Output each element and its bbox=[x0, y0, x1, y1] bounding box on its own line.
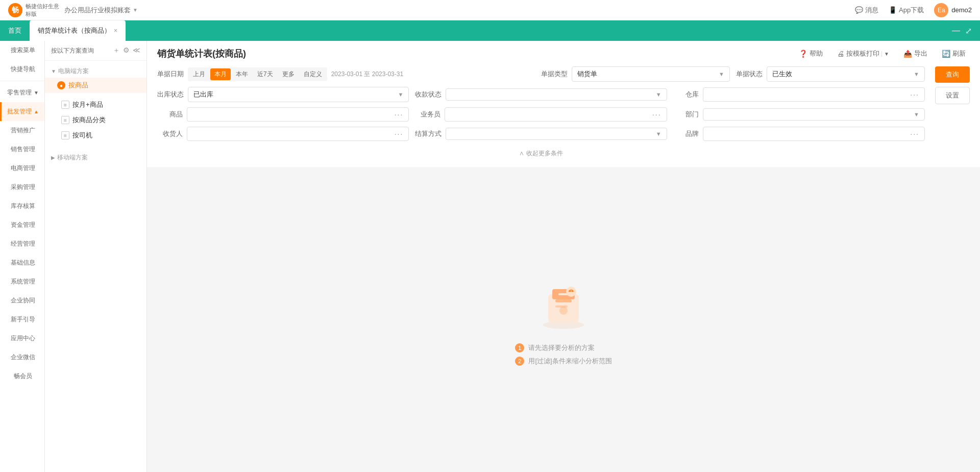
salesperson-select[interactable]: ··· bbox=[445, 107, 667, 122]
salesperson-dots-icon: ··· bbox=[652, 110, 662, 119]
add-scheme-icon[interactable]: ＋ bbox=[113, 46, 120, 55]
help-button[interactable]: ❓ 帮助 bbox=[795, 47, 827, 60]
tab-minimize-icon[interactable]: — bbox=[952, 26, 960, 35]
settings-button[interactable]: 设置 bbox=[935, 87, 970, 104]
product-dots-icon: ··· bbox=[395, 110, 404, 119]
warehouse-select[interactable]: ··· bbox=[703, 87, 925, 102]
print-chevron-icon[interactable]: ▼ bbox=[881, 51, 889, 57]
date-tab-this-month[interactable]: 本月 bbox=[210, 68, 231, 80]
mobile-group-arrow: ▶ bbox=[51, 155, 55, 160]
page-title: 销货单统计表(按商品) bbox=[157, 48, 246, 60]
user-area[interactable]: Ea demo2 bbox=[934, 3, 972, 17]
page-header: 销货单统计表(按商品) ❓ 帮助 🖨 按模板打印 ▼ 📤 导出 bbox=[147, 41, 980, 60]
tab-actions: — ⤢ bbox=[952, 26, 980, 36]
payment-select[interactable]: ▼ bbox=[446, 128, 667, 140]
out-status-chevron-icon: ▼ bbox=[398, 91, 403, 98]
date-tab-7days[interactable]: 近7天 bbox=[253, 68, 277, 80]
search-row-1: 单据日期 上月 本月 本年 近7天 更多 自定义 bbox=[157, 66, 925, 82]
brand-label: 品牌 bbox=[673, 129, 699, 138]
salesperson-label: 业务员 bbox=[415, 110, 440, 119]
settings-scheme-icon[interactable]: ⚙ bbox=[123, 46, 130, 55]
top-bar-left: 畅 畅捷信好生意 标版 办公用品行业模拟账套 ▼ bbox=[8, 3, 138, 17]
date-tab-more[interactable]: 更多 bbox=[278, 68, 299, 80]
tab-close-icon[interactable]: × bbox=[114, 28, 117, 34]
sidebar-item-newbie[interactable]: 新手引导 bbox=[0, 310, 44, 329]
brand-field: 品牌 ··· bbox=[673, 127, 925, 141]
message-button[interactable]: 💬 消息 bbox=[855, 6, 878, 15]
tip-item-2: 2 用[过滤]条件来缩小分析范围 bbox=[515, 357, 611, 366]
sidebar-item-basic-info[interactable]: 基础信息 bbox=[0, 253, 44, 272]
product-label: 商品 bbox=[157, 110, 183, 119]
scheme-item-by-month-product[interactable]: ≡ 按月+商品 bbox=[45, 97, 146, 112]
sidebar-item-purchase[interactable]: 采购管理 bbox=[0, 178, 44, 197]
product-select[interactable]: ··· bbox=[187, 107, 409, 122]
avatar: Ea bbox=[934, 3, 948, 17]
search-and-buttons: 单据日期 上月 本月 本年 近7天 更多 自定义 bbox=[147, 60, 980, 167]
scheme-item-by-product[interactable]: ● 按商品 bbox=[45, 78, 146, 93]
print-icon: 🖨 bbox=[837, 50, 844, 58]
scheme-group-desktop-header[interactable]: ▼ 电脑端方案 bbox=[45, 65, 146, 78]
main-content: 销货单统计表(按商品) ❓ 帮助 🖨 按模板打印 ▼ 📤 导出 bbox=[147, 41, 980, 472]
sidebar-item-quick-nav[interactable]: 快捷导航 bbox=[0, 60, 44, 79]
sidebar-item-operations[interactable]: 经营管理 bbox=[0, 234, 44, 253]
sidebar-item-app-center[interactable]: 应用中心 bbox=[0, 329, 44, 348]
search-row-4: 收货人 ··· 结算方式 ▼ bbox=[157, 127, 925, 141]
brand-select[interactable]: ··· bbox=[703, 127, 925, 141]
date-tab-custom[interactable]: 自定义 bbox=[300, 68, 326, 80]
scheme-item-by-product-category[interactable]: ≡ 按商品分类 bbox=[45, 112, 146, 128]
collapse-panel-icon[interactable]: ≪ bbox=[133, 46, 140, 55]
search-fields-area: 单据日期 上月 本月 本年 近7天 更多 自定义 bbox=[147, 60, 935, 167]
sidebar-item-enterprise[interactable]: 企业协同 bbox=[0, 291, 44, 310]
receiver-select[interactable]: ··· bbox=[187, 127, 409, 141]
app-selector[interactable]: 办公用品行业模拟账套 ▼ bbox=[64, 6, 138, 15]
bill-type-select[interactable]: 销货单 ▼ bbox=[572, 66, 730, 82]
tab-sales-stats[interactable]: 销货单统计表（按商品） × bbox=[30, 20, 126, 41]
scheme-item-by-printer[interactable]: ≡ 按司机 bbox=[45, 128, 146, 143]
sidebar-item-ecommerce[interactable]: 电商管理 bbox=[0, 159, 44, 178]
sidebar-item-inventory[interactable]: 库存核算 bbox=[0, 197, 44, 216]
desktop-group-arrow: ▼ bbox=[51, 68, 56, 74]
date-label: 单据日期 bbox=[157, 69, 184, 79]
date-range-text: 2023-03-01 至 2023-03-31 bbox=[331, 70, 403, 79]
tab-expand-icon[interactable]: ⤢ bbox=[965, 26, 972, 36]
empty-state-tips: 1 请先选择要分析的方案 2 用[过滤]条件来缩小分析范围 bbox=[515, 343, 611, 366]
search-row-3: 商品 ··· 业务员 ··· bbox=[157, 107, 925, 122]
bill-status-select[interactable]: 已生效 ▼ bbox=[767, 66, 925, 82]
sidebar-item-system[interactable]: 系统管理 bbox=[0, 272, 44, 291]
date-tab-this-year[interactable]: 本年 bbox=[232, 68, 252, 80]
app-download-button[interactable]: 📱 App下载 bbox=[889, 6, 924, 15]
sidebar-item-search-menu[interactable]: 搜索菜单 bbox=[0, 41, 44, 60]
tab-home[interactable]: 首页 bbox=[0, 20, 30, 41]
sidebar-item-retail[interactable]: 零售管理 ▼ bbox=[0, 83, 44, 102]
sidebar-item-marketing[interactable]: 营销推广 bbox=[0, 121, 44, 140]
filter-panel-title: 按以下方案查询 bbox=[51, 46, 94, 55]
svg-point-5 bbox=[559, 306, 568, 315]
page-header-actions: ❓ 帮助 🖨 按模板打印 ▼ 📤 导出 🔄 刷新 bbox=[795, 47, 970, 60]
warehouse-label: 仓库 bbox=[673, 90, 699, 99]
print-button[interactable]: 🖨 按模板打印 ▼ bbox=[833, 47, 893, 60]
date-tab-last-month[interactable]: 上月 bbox=[189, 68, 209, 80]
sidebar-item-enterprise-wechat[interactable]: 企业微信 bbox=[0, 348, 44, 367]
sidebar: 搜索菜单 快捷导航 零售管理 ▼ 批发管理 ▲ 营销推广 销售管理 电商管理 采… bbox=[0, 41, 45, 472]
sidebar-item-sales-mgmt[interactable]: 销售管理 bbox=[0, 140, 44, 159]
query-button[interactable]: 查询 bbox=[935, 66, 970, 83]
department-field: 部门 ▼ bbox=[673, 108, 925, 121]
department-select[interactable]: ▼ bbox=[703, 108, 925, 121]
bill-status-chevron-icon: ▼ bbox=[914, 71, 919, 77]
receiver-dots-icon: ··· bbox=[395, 130, 404, 138]
collapse-conditions-button[interactable]: ∧ 收起更多条件 bbox=[157, 146, 925, 161]
by-month-product-icon: ≡ bbox=[61, 101, 69, 109]
payment-chevron-icon: ▼ bbox=[656, 131, 662, 137]
sidebar-item-finance[interactable]: 资金管理 bbox=[0, 216, 44, 234]
scheme-group-mobile-header[interactable]: ▶ 移动端方案 bbox=[45, 151, 146, 164]
svg-point-7 bbox=[566, 287, 576, 297]
tip-item-1: 1 请先选择要分析的方案 bbox=[515, 343, 611, 352]
receipt-status-select[interactable]: ▼ bbox=[446, 88, 667, 101]
out-status-select[interactable]: 已出库 ▼ bbox=[188, 87, 409, 102]
refresh-button[interactable]: 🔄 刷新 bbox=[938, 47, 970, 60]
bill-type-chevron-icon: ▼ bbox=[719, 71, 724, 77]
sidebar-item-membership[interactable]: 畅会员 bbox=[0, 367, 44, 386]
bill-type-label: 单据类型 bbox=[541, 69, 568, 79]
sidebar-item-wholesale[interactable]: 批发管理 ▲ bbox=[0, 102, 44, 121]
export-button[interactable]: 📤 导出 bbox=[899, 47, 932, 60]
